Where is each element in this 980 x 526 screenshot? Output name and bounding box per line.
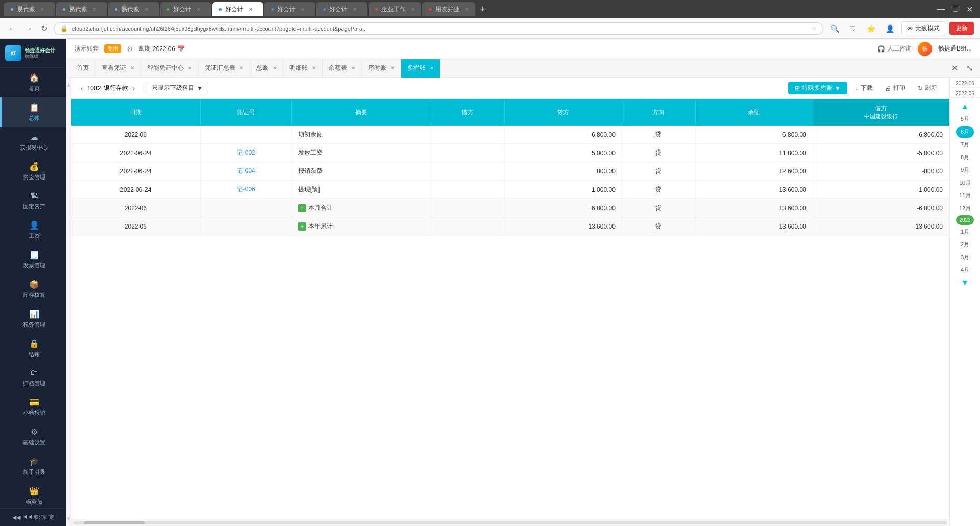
browser-tab-4[interactable]: ● 好会计 ✕ [160,2,211,16]
tab-close-9[interactable]: ✕ [465,7,469,12]
tab-close-7[interactable]: ✕ [353,7,357,12]
help-button[interactable]: 🎧 人工咨询 [877,44,912,53]
browser-tab-6[interactable]: ● 好会计 ✕ [264,2,315,16]
sidebar-item-settings[interactable]: ⚙ 基础设置 [0,422,66,452]
tab-multi-column[interactable]: 多栏账 ✕ [401,59,440,78]
tab-close-3[interactable]: ✕ [144,7,149,12]
tab-close-5[interactable]: ✕ [249,7,253,12]
tab-close-6[interactable]: ✕ [301,7,305,12]
tab-voucher-summary-close[interactable]: ✕ [239,65,243,71]
tab-view-voucher[interactable]: 查看凭证 ✕ [95,59,141,78]
sidebar-item-finance[interactable]: 💰 资金管理 [0,157,66,186]
sidebar-item-vip[interactable]: 👑 畅会员 [0,481,66,508]
sidebar-item-ledger[interactable]: 📋 总账 [0,97,66,127]
tab-multi-column-close[interactable]: ✕ [430,65,434,71]
voucher-link-004[interactable]: 记-004 [237,167,255,174]
month-7[interactable]: 7月 [956,139,974,151]
sidebar-item-home[interactable]: 🏠 首页 [0,68,66,97]
print-button[interactable]: 🖨 打印 [881,82,910,94]
reload-button[interactable]: ↻ [39,22,50,34]
tabs-expand-button[interactable]: ⤡ [963,62,976,74]
voucher-link-006[interactable]: 记-006 [237,186,255,193]
month-11[interactable]: 11月 [956,190,974,202]
tab-close-8[interactable]: ✕ [411,7,415,12]
shield-button[interactable]: 🛡 [846,23,860,34]
sidebar-item-guide[interactable]: 🎓 新手引导 [0,452,66,481]
filter-dropdown[interactable]: 只显示下级科目 ▼ [146,82,208,94]
month-2[interactable]: 2月 [956,239,974,251]
month-9[interactable]: 9月 [956,164,974,176]
update-button[interactable]: 更新 [949,22,974,35]
month-6[interactable]: 6月 [956,126,974,138]
browser-tab-5[interactable]: ● 好会计 ✕ [212,2,263,16]
tab-view-voucher-close[interactable]: ✕ [130,65,134,71]
month-3[interactable]: 3月 [956,252,974,263]
tab-close-1[interactable]: ✕ [40,7,44,12]
browser-tab-9[interactable]: ● 用友好业 ✕ [422,2,475,16]
maximize-button[interactable]: □ [950,4,961,15]
sidebar-item-close[interactable]: 🔒 结账 [0,334,66,363]
voucher-link-002[interactable]: 记-002 [237,149,255,156]
unpin-button[interactable]: ◀◀ ◀◀ 取消固定 [5,514,61,521]
url-bar[interactable]: 🔒 cloud2.chanjet.com/accounting/uh26t264… [54,22,823,35]
month-4[interactable]: 4月 [956,264,974,276]
extensions-button[interactable]: 🔍 [827,23,842,34]
tab-close-4[interactable]: ✕ [197,7,201,12]
tab-balance-close[interactable]: ✕ [351,65,355,71]
tab-smart-center-close[interactable]: ✕ [188,65,192,71]
tab-detail-ledger-close[interactable]: ✕ [312,65,316,71]
scrollbar-thumb[interactable] [84,521,145,524]
sidebar-item-salary[interactable]: 👤 工资 [0,215,66,245]
tab-general-ledger-close[interactable]: ✕ [273,65,277,71]
summary-year-icon: + [298,222,306,231]
sidebar-item-reports[interactable]: ☁ 云报表中心 [0,127,66,157]
tabs-collapse-button[interactable]: ✕ [948,62,961,74]
next-account-button[interactable]: › [131,83,136,93]
sidebar-item-invoice[interactable]: 🧾 发票管理 [0,245,66,274]
tab-general-ledger[interactable]: 总账 ✕ [250,59,283,78]
bookmark-button[interactable]: ⭐ [864,23,878,34]
tab-smart-center[interactable]: 智能凭证中心 ✕ [141,59,199,78]
month-12[interactable]: 12月 [956,203,974,214]
wuhen-mode-button[interactable]: 👁 无痕模式 [901,21,945,35]
profile-button[interactable]: 👤 [883,23,897,34]
new-tab-button[interactable]: + [476,4,490,15]
special-multicolumn-button[interactable]: ⊞ 特殊多栏账 ▼ [788,82,847,94]
tab-close-2[interactable]: ✕ [92,7,96,12]
month-8[interactable]: 8月 [956,152,974,163]
tab-detail-ledger[interactable]: 明细账 ✕ [283,59,323,78]
refresh-button[interactable]: ↻ 刷新 [914,82,941,94]
calendar-icon[interactable]: 📅 [177,45,185,53]
month-5[interactable]: 5月 [956,113,974,125]
star-icon[interactable]: ☆ [811,25,817,32]
sidebar-item-archive[interactable]: 🗂 归档管理 [0,363,66,392]
sidebar-item-inventory[interactable]: 📦 库存核算 [0,274,66,304]
month-1[interactable]: 1月 [956,226,974,238]
browser-tab-8[interactable]: ● 企业工作 ✕ [369,2,421,16]
close-button[interactable]: ✕ [963,4,976,15]
month-scroll-down[interactable]: ▼ [959,276,971,289]
prev-account-button[interactable]: ‹ [80,83,84,93]
browser-tab-3[interactable]: ● 易代账 ✕ [108,2,159,16]
back-button[interactable]: ← [6,23,18,34]
year-2023[interactable]: 2023 [956,215,974,225]
tab-journal-close[interactable]: ✕ [390,65,395,71]
sidebar-item-tax[interactable]: 📊 税务管理 [0,304,66,334]
minimize-button[interactable]: — [934,4,948,15]
sidebar-item-assets[interactable]: 🏗 固定资产 [0,186,66,215]
sidebar-item-expense[interactable]: 💳 小畅报销 [0,392,66,422]
demo-badge[interactable]: 免用 [104,44,121,53]
browser-tab-1[interactable]: ● 易代账 ✕ [4,2,55,16]
download-button[interactable]: ↓ 下载 [851,82,877,94]
tab-voucher-summary[interactable]: 凭证汇总表 ✕ [199,59,250,78]
forward-button[interactable]: → [22,23,35,34]
browser-tab-7[interactable]: ● 好会计 ✕ [316,2,368,16]
tab-balance[interactable]: 余额表 ✕ [323,59,362,78]
horizontal-scrollbar[interactable] [71,519,949,526]
tab-home[interactable]: 首页 [70,59,95,78]
browser-tab-2[interactable]: ● 易代账 ✕ [56,2,107,16]
tab-journal[interactable]: 序时账 ✕ [362,59,401,78]
settings-gear-icon[interactable]: ⚙ [127,45,133,53]
month-scroll-up[interactable]: ▲ [959,100,971,113]
month-10[interactable]: 10月 [956,177,974,189]
